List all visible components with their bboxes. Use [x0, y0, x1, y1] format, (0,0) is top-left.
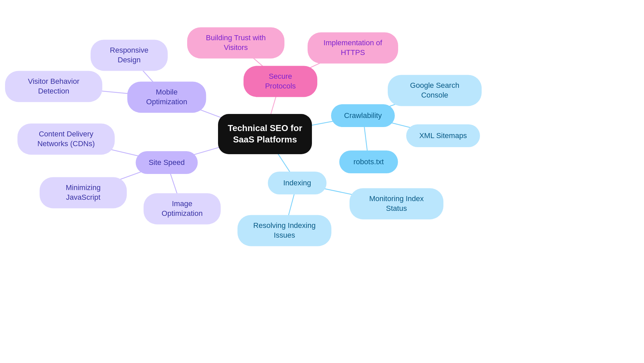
center-node[interactable]: Technical SEO for SaaS Platforms	[218, 114, 312, 154]
xml-sitemaps-label: XML Sitemaps	[419, 131, 467, 141]
secure-protocols-label: Secure Protocols	[253, 72, 308, 91]
xml-sitemaps-node[interactable]: XML Sitemaps	[406, 124, 480, 147]
crawlability-label: Crawlability	[344, 111, 382, 121]
visitor-behavior-label: Visitor Behavior Detection	[14, 77, 93, 96]
mobile-optimization-node[interactable]: Mobile Optimization	[127, 81, 206, 113]
secure-protocols-node[interactable]: Secure Protocols	[244, 66, 317, 97]
monitoring-index-node[interactable]: Monitoring Index Status	[350, 188, 443, 219]
minimizing-js-node[interactable]: Minimizing JavaScript	[40, 177, 127, 208]
robots-txt-label: robots.txt	[354, 157, 384, 167]
cdn-label: Content Delivery Networks (CDNs)	[27, 129, 105, 148]
minimizing-js-label: Minimizing JavaScript	[49, 183, 117, 202]
site-speed-label: Site Speed	[149, 158, 185, 168]
indexing-node[interactable]: Indexing	[268, 172, 327, 194]
image-optimization-label: Image Optimization	[153, 199, 211, 218]
building-trust-node[interactable]: Building Trust with Visitors	[187, 27, 284, 58]
center-label: Technical SEO for SaaS Platforms	[227, 123, 303, 145]
responsive-design-label: Responsive Design	[100, 46, 158, 65]
mobile-optimization-label: Mobile Optimization	[137, 87, 197, 107]
implementation-https-label: Implementation of HTTPS	[317, 38, 389, 57]
indexing-label: Indexing	[283, 178, 311, 188]
image-optimization-node[interactable]: Image Optimization	[144, 193, 221, 224]
google-search-console-node[interactable]: Google Search Console	[388, 75, 482, 106]
mindmap-canvas: Technical SEO for SaaS Platforms Buildin…	[0, 0, 644, 363]
resolving-indexing-label: Resolving Indexing Issues	[247, 221, 322, 240]
implementation-https-node[interactable]: Implementation of HTTPS	[308, 32, 398, 63]
visitor-behavior-node[interactable]: Visitor Behavior Detection	[5, 71, 102, 102]
site-speed-node[interactable]: Site Speed	[136, 151, 198, 174]
google-search-console-label: Google Search Console	[397, 81, 472, 100]
crawlability-node[interactable]: Crawlability	[331, 104, 395, 127]
cdn-node[interactable]: Content Delivery Networks (CDNs)	[17, 123, 115, 155]
monitoring-index-label: Monitoring Index Status	[359, 194, 434, 213]
responsive-design-node[interactable]: Responsive Design	[91, 40, 168, 71]
resolving-indexing-node[interactable]: Resolving Indexing Issues	[237, 215, 331, 246]
building-trust-label: Building Trust with Visitors	[197, 33, 275, 52]
robots-txt-node[interactable]: robots.txt	[339, 150, 398, 173]
